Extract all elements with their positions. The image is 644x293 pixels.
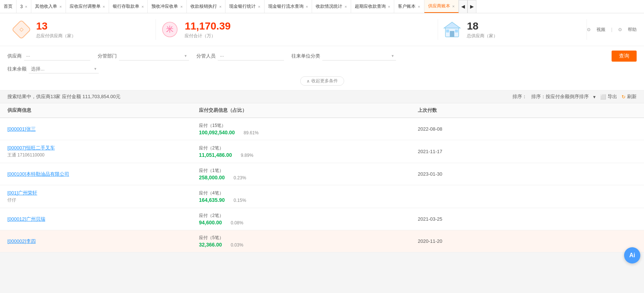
last-pay-cell: 2020-11-20 <box>418 238 637 244</box>
supplier-link[interactable]: [001]广州荣轩 <box>7 190 37 196</box>
pay-amount[interactable]: 94,600.00 <box>199 220 222 225</box>
sort-label: 排序： <box>512 93 527 100</box>
results-actions: 排序： 排序：按应付余额倒序排序 ▾ ⬜ 导出 ↻ 刷新 <box>512 93 637 100</box>
data-table: 供应商信息 应付交易信息（占比） 上次付数 [000001]张三 应付（15笔）… <box>0 103 644 252</box>
pay-label: 应付（2笔） <box>199 145 418 151</box>
nav-tab-bank[interactable]: 银行存取款单 × <box>109 0 148 13</box>
close-icon[interactable]: × <box>25 4 27 9</box>
nav-tab-collection[interactable]: 收款核销执行 × <box>187 0 225 13</box>
table-row: [000007]恒旺二手叉车 王通 17106110000 应付（2笔） 11,… <box>0 140 644 163</box>
collapse-label: 收起更多条件 <box>311 78 338 84</box>
stat-card-1-text: 13 总应付供应商（家） <box>36 20 76 39</box>
nav-tab-home[interactable]: 首页 <box>0 0 17 13</box>
supplier-link[interactable]: [000100]本特勒油品有限公司 <box>7 171 69 177</box>
collapse-button[interactable]: ∧ 收起更多条件 <box>300 76 344 86</box>
close-icon[interactable]: × <box>180 4 182 9</box>
nav-next-arrow[interactable]: ▶ <box>468 0 476 13</box>
supplier-link[interactable]: [000012]广州贝瑞 <box>7 216 45 222</box>
pay-info-cell: 应付（2笔） 94,600.00 0.08% <box>199 213 418 225</box>
supplier-input-wrapper[interactable] <box>24 52 90 61</box>
stat-label-suppliers: 总应付供应商（家） <box>36 33 76 39</box>
export-button[interactable]: ⬜ 导出 <box>600 93 617 100</box>
table-body: [000001]张三 应付（15笔） 100,092,540.00 89.61%… <box>0 118 644 252</box>
nav-tab-3-label: 3 <box>20 4 23 9</box>
category-input-wrapper[interactable]: ▾ <box>322 52 396 61</box>
supplier-link[interactable]: [000002]李四 <box>7 238 36 244</box>
pay-label: 应付（2笔） <box>199 213 418 219</box>
pay-info-cell: 应付（4笔） 164,635.90 0.15% <box>199 190 418 203</box>
close-icon[interactable]: × <box>219 4 221 9</box>
pay-label: 应付（1笔） <box>199 168 418 174</box>
dept-input[interactable] <box>121 53 183 59</box>
nav-tab-cash-flow[interactable]: 现金银行流水查询 × <box>265 0 312 13</box>
stat-right-links: ⊙ 视频 | ⊙ 帮助 <box>587 27 637 33</box>
supplier-link[interactable]: [000007]恒旺二手叉车 <box>7 145 55 151</box>
nav-tab-3[interactable]: 3 × <box>17 0 31 13</box>
nav-tab-customer-book[interactable]: 客户账本 × <box>394 0 424 13</box>
pay-amount[interactable]: 11,051,486.00 <box>199 152 232 158</box>
nav-tab-supplier-book-label: 供应商账本 <box>428 3 450 9</box>
person-input[interactable] <box>220 53 282 59</box>
nav-prev-arrow[interactable]: ◀ <box>459 0 468 13</box>
pay-percent: 9.89% <box>241 153 253 158</box>
filter-person: 分管人员 <box>196 52 284 61</box>
nav-tab-other-income[interactable]: 其他收入单 × <box>31 0 66 13</box>
pay-amount[interactable]: 164,635.90 <box>199 197 225 203</box>
close-icon[interactable]: × <box>141 4 144 9</box>
person-input-wrapper[interactable] <box>218 52 284 61</box>
dept-input-wrapper[interactable]: ▾ <box>119 52 189 61</box>
sort-select[interactable]: 排序：按应付余额倒序排序 <box>531 93 589 100</box>
sort-arrow[interactable]: ▾ <box>593 94 596 100</box>
filter-person-label: 分管人员 <box>196 53 216 59</box>
rice-icon: 米 <box>160 19 180 40</box>
balance-input-wrapper[interactable]: ▾ <box>29 65 99 73</box>
category-dropdown-arrow[interactable]: ▾ <box>392 54 394 58</box>
col-pay-info: 应付交易信息（占比） <box>199 107 418 114</box>
pay-amount[interactable]: 32,366.00 <box>199 242 222 248</box>
pay-amount[interactable]: 100,092,540.00 <box>199 130 235 135</box>
refresh-button[interactable]: ↻ 刷新 <box>622 93 637 100</box>
close-icon[interactable]: × <box>388 4 390 9</box>
table-row: [001]广州荣轩 仔仔 应付（4笔） 164,635.90 0.15% <box>0 185 644 208</box>
nav-tab-adjustment[interactable]: 应收应付调整单 × <box>66 0 109 13</box>
close-icon[interactable]: × <box>258 4 260 9</box>
supplier-cell: [000001]张三 <box>7 126 199 132</box>
help-link[interactable]: 帮助 <box>628 27 637 33</box>
nav-tab-cash-stats[interactable]: 现金银行统计 × <box>225 0 264 13</box>
close-icon[interactable]: × <box>418 4 420 9</box>
supplier-sub: 仔仔 <box>7 197 199 203</box>
dept-dropdown-arrow[interactable]: ▾ <box>185 54 187 58</box>
results-summary: 搜索结果中，供应商13家 应付金额 111,703,854.00元 <box>7 93 120 100</box>
pay-label: 应付（4笔） <box>199 190 418 196</box>
filter-row-2: 往来余额 ▾ <box>7 65 637 73</box>
category-input[interactable] <box>325 53 390 59</box>
filter-dept: 分管部门 ▾ <box>98 52 189 61</box>
nav-tab-advance[interactable]: 预收冲应收单 × <box>148 0 186 13</box>
pay-amount[interactable]: 258,000.00 <box>199 175 225 180</box>
col-supplier-info: 供应商信息 <box>7 107 199 114</box>
pay-info-cell: 应付（2笔） 11,051,486.00 9.89% <box>199 145 418 158</box>
close-icon[interactable]: × <box>344 4 347 9</box>
pay-row: 164,635.90 0.15% <box>199 197 418 203</box>
supplier-sub: 王通 17106110000 <box>7 152 199 158</box>
balance-dropdown-arrow[interactable]: ▾ <box>94 66 97 71</box>
pay-percent: 0.23% <box>234 175 246 180</box>
query-button[interactable]: 查询 <box>612 51 637 62</box>
stat-value-suppliers: 13 <box>36 20 76 32</box>
supplier-link[interactable]: [000001]张三 <box>7 126 36 132</box>
close-icon[interactable]: × <box>306 4 308 9</box>
nav-tab-supplier-book[interactable]: 供应商账本 × <box>424 0 459 13</box>
close-icon[interactable]: × <box>59 4 62 9</box>
table-row: [000001]张三 应付（15笔） 100,092,540.00 89.61%… <box>0 118 644 140</box>
stat-label-total-payable: 应付合计（万） <box>185 33 231 39</box>
close-icon[interactable]: × <box>452 4 455 8</box>
close-icon[interactable]: × <box>103 4 105 9</box>
pay-info-cell: 应付（1笔） 258,000.00 0.23% <box>199 168 418 180</box>
nav-tab-overdue[interactable]: 超期应收款查询 × <box>351 0 394 13</box>
supplier-cell: [000007]恒旺二手叉车 王通 17106110000 <box>7 145 199 158</box>
balance-input[interactable] <box>31 66 93 72</box>
video-link[interactable]: 视频 <box>596 27 605 33</box>
nav-tab-payment-stats[interactable]: 收款情况统计 × <box>312 0 351 13</box>
nav-tab-adjustment-label: 应收应付调整单 <box>70 3 101 10</box>
supplier-input[interactable] <box>26 53 88 59</box>
